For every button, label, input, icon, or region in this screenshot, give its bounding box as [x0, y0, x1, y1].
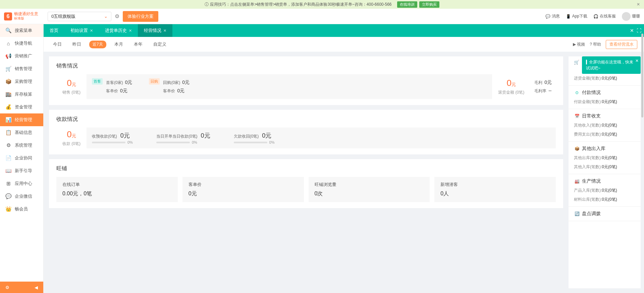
settings-icon[interactable]: ⚙: [115, 13, 119, 19]
main-content: 销售情况 0元 销售 (0笔) 首客 首客(0家)0元 客单价0元: [44, 52, 569, 293]
sidebar-item-1[interactable]: ⌂快捷导航: [0, 37, 43, 50]
sidebar-item-4[interactable]: 📦采购管理: [0, 75, 43, 88]
daily-icon: 📅: [574, 113, 580, 119]
filter-近7天[interactable]: 近7天: [89, 41, 106, 48]
repeat-customer-stats: 回购(0家)0元 客单价0元: [163, 78, 189, 95]
sidebar-label: 营销推广: [15, 53, 32, 59]
headset-icon: 🎧: [593, 14, 598, 19]
payment-amount-item: 付款金额(笔数):0元(0笔): [574, 99, 635, 105]
tab-0[interactable]: 首页: [44, 24, 64, 37]
shop-card: 旺铺 在线订单0.00元，0笔 客单价0元 旺铺浏览量0次 新增潜客0人: [49, 159, 563, 208]
sidebar-item-12[interactable]: ⊞应用中心: [0, 177, 43, 190]
sidebar-label: 库存核算: [15, 91, 32, 97]
views-cell: 旺铺浏览量0次: [309, 177, 430, 202]
filter-本月[interactable]: 本月: [112, 40, 126, 49]
fullscreen-icon[interactable]: ⛶: [637, 28, 641, 33]
avatar: [622, 12, 631, 21]
help-icon: ?: [590, 42, 592, 47]
refund-total: 0元 退货金额 (0笔): [492, 78, 530, 95]
online-order-cell: 在线订单0.00元，0笔: [56, 177, 178, 202]
production-icon: 🏭: [574, 178, 580, 184]
online-training-button[interactable]: 在线培训: [397, 1, 417, 8]
sidebar-label: 基础信息: [15, 130, 32, 136]
sidebar-icon: 🏬: [5, 91, 11, 97]
new-leads-cell: 新增潜客0人: [434, 177, 556, 202]
sidebar-icon: 👑: [5, 206, 11, 212]
tooltip-close-icon[interactable]: ✕: [635, 58, 639, 64]
sidebar-item-10[interactable]: 📄企业协同: [0, 152, 43, 164]
payment-title: 付款情况: [582, 90, 601, 96]
sidebar-label: 企业微信: [15, 193, 32, 199]
logo-icon: 6: [4, 12, 12, 20]
sidebar-icon: 💰: [5, 104, 11, 110]
sidebar-item-0[interactable]: 🔍搜索菜单: [0, 24, 43, 37]
first-customer-stats: 首客(0家)0元 客单价0元: [106, 78, 132, 95]
logo: 6 畅捷通好生意 标准版: [4, 12, 44, 21]
org-selector[interactable]: 0五组旗舰版 ⌄: [48, 12, 111, 21]
stock-out-item: 其他出库(笔数):0元(0笔): [574, 155, 635, 161]
view-flow-button[interactable]: 查看经营流水: [606, 40, 637, 49]
filter-昨日[interactable]: 昨日: [70, 40, 84, 49]
tab-2[interactable]: 进货单历史✕: [99, 24, 138, 37]
sidebar-item-5[interactable]: 🏬库存核算: [0, 88, 43, 101]
user-menu[interactable]: 珊珊: [622, 12, 640, 21]
sidebar-footer: ⚙ ◀: [0, 282, 43, 293]
logo-subtitle: 标准版: [14, 16, 38, 21]
warehouse-icon: 📦: [574, 146, 580, 152]
purchase-amount-item: 进货金额(笔数):0元(0笔): [574, 76, 635, 81]
prepay-stat: 收预收款(0笔)0元 0%: [92, 132, 133, 144]
info-icon: ⓘ: [205, 2, 209, 7]
sidebar-icon: 📢: [5, 53, 11, 59]
collection-card: 收款情况 0元 收款 (0笔) 收预收款(0笔)0元 0%: [49, 110, 563, 154]
tab-3[interactable]: 经营情况✕: [138, 24, 172, 37]
expense-item: 费用支出(笔数):0元(0笔): [574, 132, 635, 137]
chevron-down-icon: ⌄: [104, 14, 108, 19]
filter-今日[interactable]: 今日: [50, 40, 64, 49]
filter-自定义[interactable]: 自定义: [151, 40, 169, 49]
sidebar-icon: 📖: [5, 168, 11, 174]
logo-text: 畅捷通好生意: [14, 12, 38, 16]
industry-demo-button[interactable]: 体验行业方案: [123, 11, 158, 22]
collapse-icon[interactable]: ◀: [35, 285, 38, 290]
sidebar-label: 资金管理: [15, 104, 32, 110]
sidebar-item-13[interactable]: 💬企业微信: [0, 190, 43, 203]
play-icon: ▶: [573, 42, 576, 47]
first-customer-tag: 首客: [92, 78, 103, 85]
sales-title: 销售情况: [56, 62, 556, 69]
other-stock-title: 其他出入库: [582, 146, 605, 152]
help-link[interactable]: ?帮助: [590, 42, 601, 47]
org-name: 0五组旗舰版: [51, 13, 75, 19]
sidebar-item-2[interactable]: 📢营销推广: [0, 50, 43, 62]
sidebar-icon: 📊: [5, 117, 11, 123]
tab-close-icon[interactable]: ✕: [90, 29, 93, 33]
gear-icon[interactable]: ⚙: [5, 285, 9, 290]
debt-recover-stat: 欠款收回(0笔)0元 0%: [234, 132, 275, 144]
messages-link[interactable]: 💬消息: [545, 13, 560, 19]
customer-service-link[interactable]: 🎧在线客服: [593, 13, 616, 19]
sidebar-item-11[interactable]: 📖新手引导: [0, 164, 43, 177]
tab-close-icon[interactable]: ✕: [163, 29, 166, 33]
app-header: 6 畅捷通好生意 标准版 0五组旗舰版 ⌄ ⚙ 体验行业方案 💬消息 📱App下…: [0, 9, 644, 24]
sidebar-item-9[interactable]: ⚙系统管理: [0, 139, 43, 152]
sidebar-label: 畅会员: [15, 206, 28, 212]
app-download-link[interactable]: 📱App下载: [566, 13, 587, 19]
tab-close-icon[interactable]: ✕: [129, 29, 132, 33]
close-announcement-icon[interactable]: ✕: [637, 2, 640, 7]
filter-本年[interactable]: 本年: [131, 40, 145, 49]
sidebar-icon: ⌂: [5, 41, 11, 46]
avg-order-cell: 客单价0元: [182, 177, 304, 202]
video-link[interactable]: ▶视频: [573, 42, 585, 47]
sidebar-icon: 📄: [5, 155, 11, 161]
sidebar-label: 应用中心: [15, 181, 32, 187]
buy-now-button[interactable]: 立即购买: [419, 1, 439, 8]
message-icon: 💬: [545, 14, 550, 19]
sidebar-item-3[interactable]: 🛒销售管理: [0, 62, 43, 75]
sameday-stat: 当日开单当日收款(0笔)0元 0%: [156, 132, 210, 144]
sidebar-item-8[interactable]: 📋基础信息: [0, 126, 43, 139]
sidebar-item-14[interactable]: 👑畅会员: [0, 203, 43, 215]
sidebar-item-7[interactable]: 📊经营管理: [0, 113, 43, 126]
tab-close-all-icon[interactable]: ✕: [630, 28, 634, 33]
sidebar-item-6[interactable]: 💰资金管理: [0, 101, 43, 113]
tip-text: 应用技巧：点击左侧菜单>销售管理>销货单，添加客户和商品体验30秒极速开单~咨询…: [210, 2, 391, 7]
tab-1[interactable]: 初始设置✕: [64, 24, 99, 37]
